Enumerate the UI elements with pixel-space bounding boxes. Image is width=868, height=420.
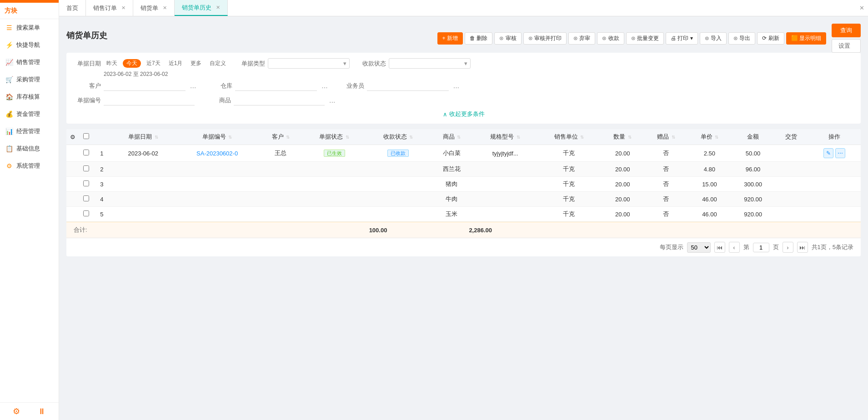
tab-home[interactable]: 首页 (59, 0, 86, 16)
doc-no-link[interactable]: SA-20230602-0 (196, 150, 238, 157)
unit-sort-icon: ⇅ (580, 135, 584, 140)
col-checkbox[interactable] (79, 129, 93, 145)
sidebar-item-label: 经营管理 (16, 127, 40, 135)
sidebar-item-sys-mgmt[interactable]: ⚙ 系统管理 (0, 157, 59, 175)
filter-row-1: 单据日期 昨天 今天 近7天 近1月 更多 自定义 单据类型 ▾ 收款状态 (74, 58, 853, 69)
tab-sales-goods-history-close[interactable]: ✕ (216, 5, 220, 10)
goods-more-icon[interactable]: ... (329, 96, 335, 105)
cell-qty: 20.00 (601, 207, 645, 222)
sidebar-item-inventory-calc[interactable]: 🏠 库存核算 (0, 88, 59, 105)
sidebar-item-fund-mgmt[interactable]: 💰 资金管理 (0, 105, 59, 123)
sidebar-settings-icon[interactable]: ⚙ (13, 406, 20, 416)
doc-type-select[interactable]: ▾ (268, 58, 350, 69)
col-pay-status[interactable]: 收款状态 ⇅ (366, 129, 430, 145)
row-checkbox[interactable] (83, 165, 89, 171)
sidebar-collapse-icon[interactable]: ⏸ (38, 407, 46, 416)
edit-button[interactable]: ✎ (823, 148, 833, 158)
tab-sales-goods-history-label: 销货单历史 (182, 4, 211, 12)
sidebar-item-sales-mgmt[interactable]: 📈 销售管理 (0, 54, 59, 71)
cell-checkbox[interactable] (79, 192, 93, 207)
doc-no-input[interactable] (104, 95, 195, 105)
page-last-button[interactable]: ⏭ (797, 242, 808, 253)
batch-change-button[interactable]: ⊙ 批量变更 (626, 32, 664, 45)
date-btn-7days[interactable]: 近7天 (144, 59, 163, 68)
select-all-checkbox[interactable] (83, 133, 89, 139)
cell-checkbox[interactable] (79, 145, 93, 162)
warehouse-label: 仓库 (205, 82, 232, 90)
col-date[interactable]: 单据日期 ⇅ (111, 129, 176, 145)
sidebar-item-search-menu[interactable]: ☰ 搜索菜单 (0, 19, 59, 36)
import-button[interactable]: ⊙ 导入 (700, 32, 727, 45)
tab-sales-goods-close[interactable]: ✕ (163, 5, 167, 11)
cell-spec (473, 192, 537, 207)
sidebar-item-basic-info[interactable]: 📋 基础信息 (0, 140, 59, 157)
pay-status-select[interactable]: ▾ (389, 58, 471, 69)
page-next-button[interactable]: › (783, 242, 793, 253)
cell-pay-status (366, 177, 430, 192)
tab-sales-goods[interactable]: 销货单 ✕ (133, 0, 175, 16)
tab-sales-order-close[interactable]: ✕ (121, 5, 125, 11)
staff-input[interactable] (367, 81, 449, 91)
date-btn-custom[interactable]: 自定义 (207, 59, 229, 68)
tab-sales-order[interactable]: 销售订单 ✕ (86, 0, 133, 16)
collect-button[interactable]: ⊙ 收款 (597, 32, 624, 45)
page-number-input[interactable] (753, 243, 769, 252)
cell-unit: 千克 (537, 145, 601, 162)
per-page-select[interactable]: 50 100 200 (687, 242, 711, 253)
more-button[interactable]: ⋯ (835, 148, 845, 158)
audit-button[interactable]: ⊙ 审核 (494, 32, 521, 45)
sidebar-item-purchase-mgmt[interactable]: 🛒 采购管理 (0, 71, 59, 88)
goods-input[interactable] (234, 95, 325, 105)
setting-button[interactable]: 设置 (832, 39, 861, 53)
sidebar-item-quick-nav[interactable]: ⚡ 快捷导航 (0, 36, 59, 54)
staff-more-icon[interactable]: ... (453, 82, 459, 90)
show-detail-button[interactable]: 🟧 显示明细 (786, 32, 826, 45)
warehouse-input[interactable] (235, 81, 317, 91)
cell-spec (473, 207, 537, 222)
refresh-button[interactable]: ⟳ 刷新 (757, 32, 784, 45)
delete-button[interactable]: 🗑 删除 (465, 32, 492, 45)
abandon-button[interactable]: ⊙ 弃审 (568, 32, 595, 45)
col-settings[interactable]: ⚙ (66, 129, 79, 145)
row-checkbox[interactable] (83, 195, 89, 201)
customer-more-icon[interactable]: ... (190, 82, 196, 90)
col-goods[interactable]: 商品 ⇅ (430, 129, 474, 145)
filter-goods: 商品 ... (204, 95, 335, 105)
cell-checkbox[interactable] (79, 207, 93, 222)
col-spec[interactable]: 规格型号 ⇅ (473, 129, 537, 145)
page-first-button[interactable]: ⏮ (714, 242, 725, 253)
date-btn-today[interactable]: 今天 (123, 59, 141, 68)
docstatus-sort-icon: ⇅ (346, 135, 349, 140)
cell-checkbox[interactable] (79, 162, 93, 177)
col-qty[interactable]: 数量 ⇅ (601, 129, 645, 145)
col-customer[interactable]: 客户 ⇅ (259, 129, 303, 145)
date-btn-more[interactable]: 更多 (188, 59, 204, 68)
collapse-filter-button[interactable]: ∧ 收起更多条件 (74, 110, 853, 118)
col-unit[interactable]: 销售单位 ⇅ (537, 129, 601, 145)
ops-mgmt-icon: 📊 (5, 128, 13, 135)
query-button[interactable]: 查询 (832, 24, 861, 37)
filter-date: 单据日期 昨天 今天 近7天 近1月 更多 自定义 (74, 59, 229, 68)
sidebar-item-ops-mgmt[interactable]: 📊 经营管理 (0, 123, 59, 140)
row-checkbox[interactable] (83, 150, 89, 155)
page-prev-button[interactable]: ‹ (729, 242, 740, 253)
col-price[interactable]: 单价 ⇅ (688, 129, 732, 145)
tab-bar-close-all[interactable]: ✕ (859, 5, 868, 11)
warehouse-more-icon[interactable]: ... (321, 82, 327, 90)
col-doc-no[interactable]: 单据编号 ⇅ (176, 129, 259, 145)
cell-checkbox[interactable] (79, 177, 93, 192)
col-doc-status[interactable]: 单据状态 ⇅ (302, 129, 366, 145)
date-btn-yesterday[interactable]: 昨天 (104, 59, 120, 68)
row-checkbox[interactable] (83, 180, 89, 186)
tab-sales-goods-history[interactable]: 销货单历史 ✕ (175, 0, 228, 16)
collapse-label: 收起更多条件 (449, 110, 485, 118)
audit-print-button[interactable]: ⊙ 审核并打印 (523, 32, 567, 45)
col-gift[interactable]: 赠品 ⇅ (644, 129, 688, 145)
print-button[interactable]: 🖨 打印 ▾ (666, 32, 698, 45)
export-button[interactable]: ⊙ 导出 (728, 32, 755, 45)
customer-input[interactable] (104, 81, 186, 91)
row-checkbox[interactable] (83, 210, 89, 216)
date-btn-1month[interactable]: 近1月 (166, 59, 186, 68)
cell-amount: 50.00 (731, 145, 775, 162)
new-button[interactable]: + 新增 (437, 32, 463, 45)
